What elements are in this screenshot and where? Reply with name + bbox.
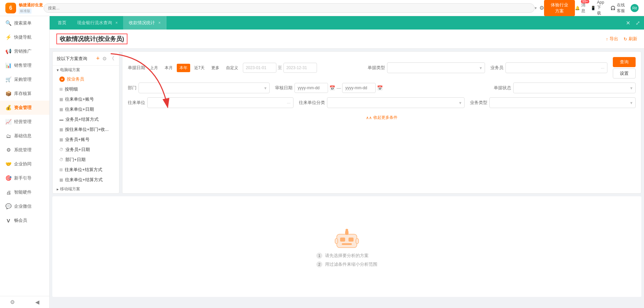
scheme-section-desktop[interactable]: ▾ 电脑端方案 (53, 66, 119, 74)
app-logo-icon: 6 (5, 3, 16, 13)
date-btn-prev-month[interactable]: 上月 (147, 64, 161, 72)
date-btn-this-year[interactable]: 本年 (177, 64, 190, 72)
sidebar-item-wechat[interactable]: 💬 企业微信 (0, 199, 49, 213)
date-btn-custom[interactable]: 自定义 (223, 64, 241, 72)
partner-select[interactable]: ··· (147, 97, 293, 108)
audit-date-from-input[interactable] (294, 83, 328, 93)
svg-rect-2 (348, 238, 354, 242)
tab-receipt-stat-close[interactable]: × (158, 20, 161, 25)
scheme-item-by-detail[interactable]: ⊞ 按明细 (53, 84, 119, 94)
scheme-item-dept-date[interactable]: ⏱ 部门+日期 (53, 155, 119, 165)
sidebar-item-basic[interactable]: 🗂 基础信息 (0, 129, 49, 143)
top-actions: 🔔 消息 99+ 📱 App下载 🎧 在线客服 Rit (575, 0, 639, 16)
smart-hw-icon: 🖨 (5, 189, 11, 195)
settings-gear[interactable]: ⚙ (539, 5, 544, 11)
sidebar-item-purchase[interactable]: 🛒 采购管理 (0, 72, 49, 87)
scheme-item-unit-settle1[interactable]: ⊞ 往来单位+结算方式 (53, 165, 119, 175)
date-btn-this-month[interactable]: 本月 (162, 64, 175, 72)
doc-status-label: 单据状态 (494, 85, 511, 91)
tip-text-1: 请先选择要分析的方案 (325, 253, 369, 259)
scheme-item-unit-settle2[interactable]: ▦ 往来单位+结算方式 (53, 175, 119, 185)
filter-actions: 查询 设置 (613, 57, 636, 79)
salesman-date-label: 业务员+日期 (65, 147, 90, 153)
doc-type-select[interactable]: ▾ (387, 62, 485, 73)
salesman-select[interactable]: ··· (505, 62, 608, 73)
date-btn-group: 上月 本月 本年 近7天 更多 自定义 (147, 64, 241, 72)
sidebar-item-inventory[interactable]: 📦 库存核算 (0, 87, 49, 101)
tab-receipt-stat[interactable]: 收款情况统计 × (123, 16, 166, 30)
sidebar-item-guide[interactable]: 🎯 新手引导 (0, 171, 49, 185)
empty-tip-2: 2 用过滤条件来缩小分析范围 (316, 261, 377, 267)
search-menu-icon: 🔍 (5, 20, 11, 26)
query-btn[interactable]: 查询 (613, 57, 636, 67)
scheme-item-by-salesman[interactable]: ● 按业务员 (53, 74, 119, 84)
scheme-add-btn[interactable]: + (95, 54, 100, 63)
tab-expand-btn[interactable]: ⤢ (634, 18, 641, 28)
sidebar-item-member[interactable]: V 畅会员 (0, 213, 49, 227)
dropdown-arrow[interactable]: ▾ (535, 6, 537, 10)
scheme-item-salesman-date[interactable]: ⏱ 业务员+日期 (53, 145, 119, 155)
filter-row-1: 单据日期 上月 本月 本年 近7天 更多 自定义 至 (128, 57, 636, 79)
quick-nav-icon: ⚡ (5, 34, 11, 40)
scheme-item-unit-dept-recv[interactable]: ▦ 按往来单位+部门+收... (53, 124, 119, 135)
content-area: 首页 现金银行流水查询 × 收款情况统计 × ✕ ⤢ 收款情况统计(按业务员) (50, 16, 644, 308)
doc-status-select[interactable]: ▾ (513, 83, 636, 93)
scheme-setting-btn[interactable]: ⚙ (102, 55, 107, 62)
sidebar-item-sales[interactable]: 📊 销售管理 (0, 58, 49, 72)
user-avatar[interactable]: Rit (631, 4, 639, 12)
sidebar-collapse-icon[interactable]: ◀ (35, 299, 39, 305)
sidebar-item-smart-hw[interactable]: 🖨 智能硬件 (0, 185, 49, 199)
sidebar-item-search-menu[interactable]: 🔍 搜索菜单 (0, 16, 49, 30)
scheme-item-salesman-settle[interactable]: ▬ 业务员+结算方式 (53, 114, 119, 124)
page-content: 收款情况统计(按业务员) ↑ 导出 ↻ 刷新 按以下 (50, 30, 644, 308)
date-from-input[interactable] (243, 63, 276, 73)
scheme-item-unit-account[interactable]: ▦ 往来单位+账号 (53, 94, 119, 104)
detail-item-label: 按明细 (65, 86, 78, 92)
doc-type-label: 单据类型 (368, 65, 385, 71)
scheme-collapse-btn[interactable]: 《 (109, 55, 115, 62)
unit-dept-recv-icon: ▦ (59, 127, 63, 132)
online-service-btn[interactable]: 🎧 在线客服 (610, 2, 625, 14)
date-label: 单据日期 (128, 65, 145, 71)
sidebar-item-finance[interactable]: 💰 资金管理 (0, 101, 49, 115)
message-btn[interactable]: 🔔 消息 99+ (575, 2, 585, 14)
biz-type-select[interactable]: ▾ (489, 97, 636, 108)
sidebar-item-marketing[interactable]: 📢 营销推广 (0, 44, 49, 58)
tab-bank-flow-close[interactable]: × (115, 20, 118, 25)
audit-calendar-from[interactable]: 📅 (329, 85, 335, 91)
export-btn[interactable]: ↑ 导出 (606, 36, 619, 42)
audit-calendar-to[interactable]: 📅 (377, 85, 383, 91)
salesman-group: 业务员 ··· (490, 62, 608, 73)
scheme-section-mobile[interactable]: ▸ 移动端方案 (53, 185, 119, 193)
sidebar-item-quick-nav[interactable]: ⚡ 快捷导航 (0, 30, 49, 44)
inventory-icon: 📦 (5, 91, 11, 97)
setting-btn[interactable]: 设置 (613, 68, 636, 79)
sidebar-item-operations[interactable]: 📈 经营管理 (0, 115, 49, 129)
refresh-btn[interactable]: ↻ 刷新 (624, 36, 637, 42)
sidebar-settings-icon[interactable]: ⚙ (10, 299, 15, 305)
partner-category-select[interactable]: ▾ (327, 97, 465, 108)
refresh-label: 刷新 (629, 36, 637, 42)
collapse-more-btn[interactable]: ∧∧ 收起更多条件 (128, 112, 636, 123)
dept-chevron: ▾ (264, 86, 267, 91)
scheme-item-unit-date[interactable]: ▦ 往来单位+日期 (53, 104, 119, 114)
tab-home[interactable]: 首页 (52, 16, 72, 30)
audit-date-to-input[interactable] (342, 83, 376, 93)
date-to-input[interactable] (283, 63, 317, 73)
tab-close-all-btn[interactable]: ✕ (625, 18, 632, 28)
sidebar-item-enterprise[interactable]: 🤝 企业协同 (0, 157, 49, 171)
export-label: 导出 (609, 36, 618, 42)
app-download-btn[interactable]: 📱 App下载 (591, 0, 605, 16)
trial-btn[interactable]: 体验行业方案 (544, 0, 575, 16)
date-btn-last-7[interactable]: 近7天 (192, 64, 207, 72)
date-btn-more[interactable]: 更多 (209, 64, 222, 72)
tip-num-2: 2 (316, 261, 322, 267)
dept-select[interactable]: ▾ (139, 83, 270, 93)
online-service-label: 在线客服 (617, 2, 625, 14)
dept-group: 部门 ▾ (128, 83, 270, 93)
sidebar-item-system[interactable]: ⚙ 系统管理 (0, 143, 49, 157)
tab-bank-flow[interactable]: 现金银行流水查询 × (72, 16, 123, 30)
top-search-input[interactable] (44, 3, 534, 13)
scheme-item-salesman-account[interactable]: ▦ 业务员+账号 (53, 135, 119, 145)
audit-date-range: 📅 — 📅 (294, 83, 383, 93)
